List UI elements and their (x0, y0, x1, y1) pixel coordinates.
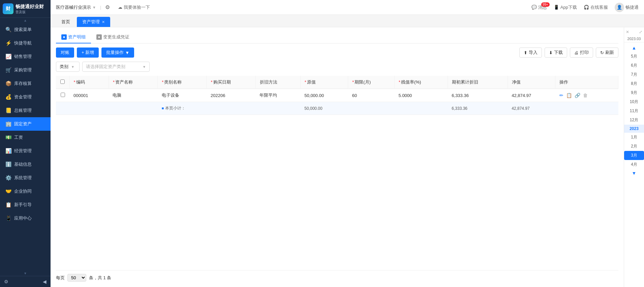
sidebar-item-salary[interactable]: 💵 工资 (0, 131, 51, 144)
tab-home[interactable]: 首页 (56, 17, 75, 27)
td-original-value: 50,000.00 (300, 89, 348, 102)
row-checkbox[interactable] (61, 93, 65, 97)
calendar-year-label: 2023.03 (627, 37, 641, 41)
chevron-down-icon: ▼ (71, 65, 74, 69)
sidebar-item-label: 工资 (14, 134, 23, 140)
collapse-icon[interactable]: ◀ (43, 279, 47, 284)
td-subtotal-empty4 (255, 102, 300, 115)
settings-icon[interactable]: ⚙ (4, 279, 8, 284)
panel-close-button[interactable]: ✕ (625, 29, 630, 35)
download-label: 下载 (554, 50, 563, 56)
sidebar-item-label: 企业协同 (14, 188, 32, 194)
experience-btn[interactable]: ☁ 我要体验一下 (118, 4, 150, 10)
sidebar-item-inventory[interactable]: 📦 库存核算 (0, 77, 51, 90)
sidebar-item-search[interactable]: 🔍 搜索菜单 (0, 23, 51, 36)
capital-icon: 💰 (5, 94, 11, 100)
topbar-right: 💬 消息 99+ 📱 App下载 🎧 在线客服 👤 畅捷通 (531, 3, 639, 12)
cooperation-icon: 🤝 (5, 188, 11, 194)
sidebar-item-ledger[interactable]: 📒 总账管理 (0, 104, 51, 117)
category-select[interactable]: 类别 ▼ (56, 62, 80, 72)
cal-month-5[interactable]: 5月 (624, 52, 644, 61)
new-button[interactable]: + 新增 (77, 47, 99, 58)
sidebar-item-capital[interactable]: 💰 资金管理 (0, 90, 51, 104)
link-icon[interactable]: 🔗 (575, 93, 580, 98)
calendar-scroll-down[interactable]: ▼ (632, 169, 637, 177)
search-icon: 🔍 (5, 27, 11, 33)
system-icon: ⚙️ (5, 175, 11, 181)
cal-year-marker: 2023 (624, 125, 644, 133)
col-net-value-label: 净值 (512, 79, 521, 85)
cal-month-10[interactable]: 10月 (624, 97, 644, 106)
subtab-asset-detail[interactable]: ■ 资产明细 (56, 31, 91, 43)
app-download-btn[interactable]: 📱 App下载 (554, 4, 577, 10)
delete-icon[interactable]: 🗑 (583, 93, 588, 98)
select-all-checkbox[interactable] (60, 79, 65, 84)
td-depreciation-method: 年限平均 (255, 89, 300, 102)
batch-button[interactable]: 批量操作 ▼ (101, 47, 134, 58)
main-area: 医疗器械行业演示 ▼ | ⚙ ☁ 我要体验一下 💬 消息 99+ 📱 App下载… (51, 0, 644, 287)
sidebar-scroll-up[interactable]: ▲ (24, 19, 27, 22)
sidebar-bottom: ⚙ ◀ (0, 276, 51, 287)
th-actions: 操作 (555, 76, 618, 89)
edit-icon[interactable]: ✏ (559, 93, 563, 98)
total-label: 条，共 1 条 (89, 275, 111, 281)
download-button[interactable]: ⬇ 下载 (545, 47, 567, 58)
cal-month-8[interactable]: 8月 (624, 79, 644, 88)
copy-icon[interactable]: 📋 (566, 93, 572, 98)
sidebar-item-business[interactable]: 📊 经营管理 (0, 144, 51, 158)
import-button[interactable]: ⬆ 导入 (519, 47, 542, 58)
refresh-button[interactable]: ↻ 刷新 (596, 47, 618, 58)
th-category: *类别名称 (158, 76, 207, 89)
cal-month-1[interactable]: 1月 (624, 133, 644, 142)
th-original-value: *原值 (300, 76, 348, 89)
cal-month-4[interactable]: 4月 (624, 160, 644, 169)
sidebar-item-fixed-assets[interactable]: 🏢 固定资产 (0, 117, 51, 131)
sidebar-item-basic-info[interactable]: ℹ️ 基础信息 (0, 158, 51, 171)
category-filter-input[interactable]: 请选择固定资产类别 ▼ (82, 62, 150, 72)
cal-month-2[interactable]: 2月 (624, 142, 644, 151)
sidebar-item-app-center[interactable]: 📱 应用中心 (0, 212, 51, 225)
ledger-icon: 📒 (5, 107, 11, 114)
th-purchase-date: *购买日期 (207, 76, 255, 89)
messages-btn[interactable]: 💬 消息 99+ (531, 4, 547, 10)
cal-month-9[interactable]: 9月 (624, 88, 644, 97)
sidebar-item-sales[interactable]: 📈 销售管理 (0, 50, 51, 63)
td-subtotal-empty5 (348, 102, 395, 115)
cal-month-7[interactable]: 7月 (624, 70, 644, 79)
td-subtotal-empty3 (109, 102, 157, 115)
cal-month-6[interactable]: 6月 (624, 61, 644, 70)
tab-asset-management[interactable]: 资产管理 ✕ (77, 17, 110, 27)
sidebar-scroll-down[interactable]: ▼ (24, 272, 27, 275)
user-menu[interactable]: 👤 畅捷通 (615, 3, 639, 12)
calendar-scroll-up[interactable]: ▲ (632, 44, 637, 52)
sidebar: 财 畅捷通好业财 普及版 ▲ 🔍 搜索菜单 ⚡ 快捷导航 📈 销售管理 🛒 采购… (0, 0, 51, 287)
company-selector[interactable]: 医疗器械行业演示 ▼ (56, 4, 96, 10)
app-edition: 普及版 (16, 10, 44, 14)
reconcile-button[interactable]: 对账 (56, 47, 74, 58)
per-page-select[interactable]: 50 100 200 (67, 274, 86, 282)
sidebar-item-guide[interactable]: 📋 新手引导 (0, 198, 51, 212)
quick-nav-icon: ⚡ (5, 40, 11, 46)
close-tab-icon[interactable]: ✕ (102, 20, 105, 24)
subtotal-row: ■ 本页小计： 50,000.00 6,333.36 42,874.97 (56, 102, 618, 115)
cal-month-12[interactable]: 12月 (624, 116, 644, 125)
gear-icon[interactable]: ⚙ (105, 4, 110, 10)
col-residual-rate-label: 残值率(%) (401, 79, 421, 85)
sidebar-item-label: 库存核算 (14, 81, 32, 87)
cal-month-3-current[interactable]: 3月 (624, 151, 644, 160)
th-accumulated-depreciation: 期初累计折旧 (448, 76, 508, 89)
sidebar-item-quick-nav[interactable]: ⚡ 快捷导航 (0, 36, 51, 50)
sidebar-item-cooperation[interactable]: 🤝 企业协同 (0, 185, 51, 198)
cal-month-11[interactable]: 11月 (624, 106, 644, 116)
panel-expand-button[interactable]: ⤢ (639, 29, 643, 35)
print-button[interactable]: 🖨 打印 (570, 47, 593, 58)
th-depreciation-method: 折旧方法 (255, 76, 300, 89)
user-name: 畅捷通 (625, 4, 639, 10)
fixed-assets-icon: 🏢 (5, 121, 11, 127)
td-name: 电脑 (109, 89, 157, 102)
subtab-change-voucher[interactable]: ■ 变更生成凭证 (91, 31, 135, 43)
cloud-icon: ☁ (118, 5, 122, 10)
customer-service-btn[interactable]: 🎧 在线客服 (584, 4, 608, 10)
sidebar-item-purchase[interactable]: 🛒 采购管理 (0, 63, 51, 77)
sidebar-item-system[interactable]: ⚙️ 系统管理 (0, 171, 51, 185)
